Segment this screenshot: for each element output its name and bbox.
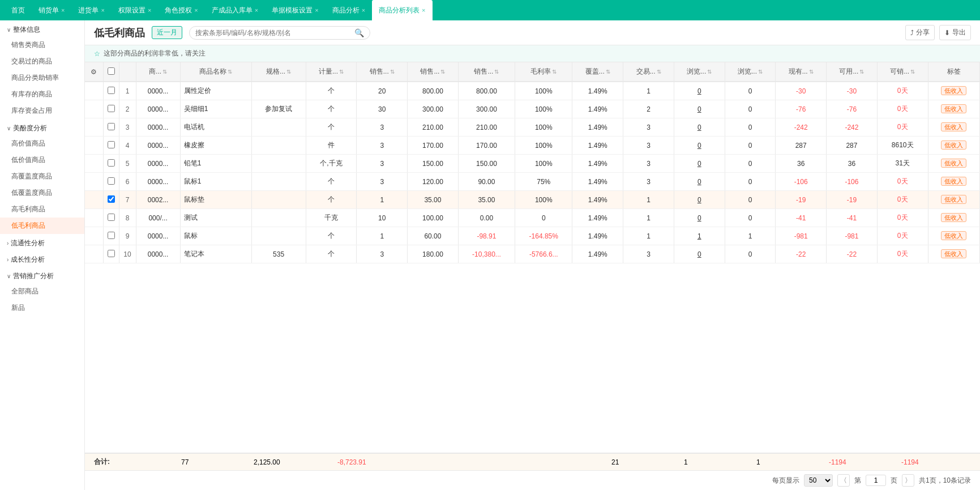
- row-browse1[interactable]: 0: [674, 209, 725, 227]
- row-name[interactable]: 鼠标: [180, 227, 251, 245]
- col-sales1[interactable]: 销售...⇅: [357, 62, 408, 82]
- nav-close-sales[interactable]: ×: [61, 7, 65, 14]
- row-name[interactable]: 鼠标1: [180, 173, 251, 191]
- nav-close-purchase[interactable]: ×: [101, 7, 104, 14]
- col-spec[interactable]: 规格...⇅: [251, 62, 306, 82]
- row-name[interactable]: 吴细细1: [180, 100, 251, 118]
- row-name[interactable]: 电话机: [180, 118, 251, 137]
- sidebar-item-new-goods[interactable]: 新品: [0, 300, 84, 316]
- row-checkbox-7[interactable]: [108, 214, 115, 221]
- col-code[interactable]: 商...⇅: [136, 62, 180, 82]
- row-name[interactable]: 属性定价: [180, 82, 251, 100]
- row-checkbox-3[interactable]: [108, 141, 115, 148]
- nav-permissions[interactable]: 权限设置 ×: [112, 0, 158, 20]
- nav-close-analysis-list[interactable]: ×: [422, 7, 425, 14]
- row-checkbox-6[interactable]: [108, 195, 115, 203]
- col-coverage[interactable]: 覆盖...⇅: [572, 62, 623, 82]
- sidebar-item-sales-goods[interactable]: 销售类商品: [0, 37, 84, 53]
- col-browse2[interactable]: 浏览...⇅: [725, 62, 776, 82]
- share-button[interactable]: ⤴ 分享: [905, 25, 935, 40]
- sidebar-item-high-value[interactable]: 高价值商品: [0, 135, 84, 152]
- sidebar-item-low-margin[interactable]: 低毛利商品: [0, 218, 84, 234]
- col-tag[interactable]: 标签: [928, 62, 979, 82]
- row-checkbox-5[interactable]: [108, 177, 115, 185]
- row-name[interactable]: 测试: [180, 209, 251, 227]
- row-name[interactable]: 笔记本: [180, 245, 251, 263]
- sidebar-group-overall[interactable]: ∨ 整体信息: [0, 20, 84, 37]
- next-page-button[interactable]: 〉: [902, 474, 914, 487]
- sidebar-item-all-goods[interactable]: 全部商品: [0, 283, 84, 300]
- row-sellable: 0天: [877, 245, 928, 263]
- row-gross-rate: -164.85%: [515, 227, 572, 245]
- nav-close-analysis[interactable]: ×: [362, 7, 365, 14]
- row-browse1[interactable]: 0: [674, 100, 725, 118]
- sidebar-group-circulation[interactable]: › 流通性分析: [0, 234, 84, 250]
- nav-home[interactable]: 首页: [5, 0, 32, 20]
- row-checkbox-8[interactable]: [108, 232, 115, 239]
- sidebar-item-category-rate[interactable]: 商品分类助销率: [0, 70, 84, 86]
- row-checkbox-1[interactable]: [108, 105, 115, 112]
- sidebar-group-growth[interactable]: › 成长性分析: [0, 250, 84, 267]
- nav-close-product[interactable]: ×: [255, 7, 258, 14]
- row-browse1[interactable]: 0: [674, 137, 725, 155]
- col-sales2[interactable]: 销售...⇅: [408, 62, 459, 82]
- page-label: 第: [854, 476, 861, 485]
- page-number-input[interactable]: [866, 475, 886, 486]
- row-browse1[interactable]: 0: [674, 155, 725, 173]
- nav-purchase-order[interactable]: 进货单 ×: [71, 0, 111, 20]
- col-transaction[interactable]: 交易...⇅: [623, 62, 674, 82]
- nav-product-entry[interactable]: 产成品入库单 ×: [205, 0, 265, 20]
- sidebar-group-beauty[interactable]: ∨ 美酚度分析: [0, 119, 84, 135]
- search-icon[interactable]: 🔍: [354, 28, 364, 37]
- sidebar-group-marketing[interactable]: ∨ 营销推广分析: [0, 267, 84, 283]
- nav-role-auth[interactable]: 角色授权 ×: [158, 0, 204, 20]
- col-available[interactable]: 可用...⇅: [827, 62, 878, 82]
- select-all-checkbox[interactable]: [108, 67, 115, 75]
- col-unit[interactable]: 计量...⇅: [306, 62, 357, 82]
- time-tag-button[interactable]: 近一月: [152, 26, 182, 39]
- total-browse1: 1: [684, 458, 718, 466]
- row-browse1[interactable]: 0: [674, 245, 725, 263]
- nav-product-analysis-list[interactable]: 商品分析列表 ×: [372, 0, 432, 20]
- col-gross-rate[interactable]: 毛利率⇅: [515, 62, 572, 82]
- row-browse1[interactable]: 0: [674, 191, 725, 209]
- search-input[interactable]: [195, 29, 354, 37]
- row-browse1[interactable]: 0: [674, 82, 725, 100]
- col-browse1[interactable]: 浏览...⇅: [674, 62, 725, 82]
- row-checkbox-0[interactable]: [108, 87, 115, 94]
- row-browse1[interactable]: 0: [674, 173, 725, 191]
- nav-template-settings[interactable]: 单据模板设置 ×: [265, 0, 325, 20]
- row-checkbox-9[interactable]: [108, 250, 115, 257]
- col-current[interactable]: 现有...⇅: [776, 62, 827, 82]
- sort-sales3-icon: ⇅: [494, 69, 499, 75]
- sidebar-item-in-stock[interactable]: 有库存的商品: [0, 86, 84, 103]
- col-sales3[interactable]: 销售...⇅: [458, 62, 515, 82]
- sidebar-item-high-coverage[interactable]: 高覆盖度商品: [0, 168, 84, 185]
- row-browse1[interactable]: 1: [674, 227, 725, 245]
- nav-sales-order[interactable]: 销货单 ×: [32, 0, 71, 20]
- export-button[interactable]: ⬇ 导出: [939, 25, 971, 40]
- row-checkbox-4[interactable]: [108, 159, 115, 167]
- nav-close-role[interactable]: ×: [194, 7, 198, 14]
- row-name[interactable]: 橡皮擦: [180, 137, 251, 155]
- sidebar-item-low-value[interactable]: 低价值商品: [0, 152, 84, 168]
- sidebar-item-high-margin[interactable]: 高毛利商品: [0, 201, 84, 218]
- row-gross-rate: 75%: [515, 173, 572, 191]
- col-sellable[interactable]: 可销...⇅: [877, 62, 928, 82]
- nav-product-analysis[interactable]: 商品分析 ×: [326, 0, 372, 20]
- row-checkbox-2[interactable]: [108, 123, 115, 130]
- nav-close-permissions[interactable]: ×: [148, 7, 151, 14]
- row-browse1[interactable]: 0: [674, 118, 725, 137]
- row-name[interactable]: 鼠标垫: [180, 191, 251, 209]
- per-page-select[interactable]: 50 100 200: [804, 474, 833, 487]
- prev-page-button[interactable]: 〈: [837, 474, 850, 487]
- sidebar-item-stock-capital[interactable]: 库存资金占用: [0, 103, 84, 119]
- sidebar-item-traded-goods[interactable]: 交易过的商品: [0, 53, 84, 70]
- col-name[interactable]: 商品名称⇅: [180, 62, 251, 82]
- row-name[interactable]: 铅笔1: [180, 155, 251, 173]
- col-settings[interactable]: ⚙: [85, 62, 103, 82]
- nav-close-template[interactable]: ×: [315, 7, 318, 14]
- row-transaction: 3: [623, 173, 674, 191]
- sidebar-item-low-coverage[interactable]: 低覆盖度商品: [0, 185, 84, 201]
- row-sales3: 150.00: [458, 155, 515, 173]
